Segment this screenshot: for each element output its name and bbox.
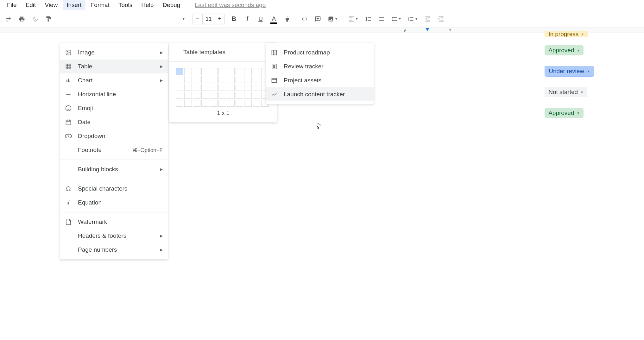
- grid-cell[interactable]: [176, 92, 183, 99]
- grid-cell[interactable]: [236, 92, 243, 99]
- grid-cell[interactable]: [227, 84, 235, 91]
- menu-item-date[interactable]: Date: [60, 115, 168, 129]
- grid-cell[interactable]: [193, 100, 200, 107]
- menu-item-chart[interactable]: Chart ▶: [60, 73, 168, 87]
- menu-item-footnote[interactable]: Footnote ⌘+Option+F: [60, 143, 168, 157]
- grid-cell[interactable]: [193, 76, 200, 83]
- grid-cell[interactable]: [201, 92, 209, 99]
- grid-cell[interactable]: [201, 84, 209, 91]
- template-product-roadmap[interactable]: Product roadmap: [266, 46, 374, 60]
- status-chip-not-started[interactable]: Not started▼: [545, 87, 587, 97]
- menu-debug[interactable]: Debug: [159, 0, 184, 10]
- spellcheck-icon[interactable]: [29, 13, 41, 25]
- grid-cell[interactable]: [236, 68, 243, 75]
- indent-increase-icon[interactable]: [435, 13, 447, 25]
- grid-cell[interactable]: [244, 76, 252, 83]
- menu-item-dropdown[interactable]: Dropdown: [60, 129, 168, 143]
- grid-cell[interactable]: [184, 76, 192, 83]
- grid-cell[interactable]: [176, 84, 183, 91]
- checklist-icon[interactable]: [376, 13, 388, 25]
- template-project-assets[interactable]: Project assets: [266, 73, 374, 87]
- grid-cell[interactable]: [210, 92, 218, 99]
- font-dropdown[interactable]: ▼: [177, 13, 189, 25]
- font-size-decrease[interactable]: −: [193, 14, 202, 24]
- grid-cell[interactable]: [210, 100, 218, 107]
- grid-cell[interactable]: [201, 100, 209, 107]
- grid-cell[interactable]: [184, 92, 192, 99]
- grid-cell[interactable]: [236, 100, 243, 107]
- text-color-icon[interactable]: A: [268, 13, 280, 25]
- menu-item-special-characters[interactable]: Ω Special characters: [60, 182, 168, 196]
- menu-item-headers-footers[interactable]: Headers & footers ▶: [60, 229, 168, 243]
- grid-cell[interactable]: [218, 68, 226, 75]
- menu-tools[interactable]: Tools: [115, 0, 136, 10]
- menu-format[interactable]: Format: [87, 0, 113, 10]
- grid-cell[interactable]: [193, 92, 200, 99]
- font-size-increase[interactable]: +: [215, 14, 224, 24]
- highlight-icon[interactable]: [281, 13, 293, 25]
- grid-cell[interactable]: [201, 68, 209, 75]
- grid-cell[interactable]: [193, 84, 200, 91]
- print-icon[interactable]: [16, 13, 28, 25]
- menu-insert[interactable]: Insert: [63, 0, 85, 10]
- menu-item-emoji[interactable]: Emoji: [60, 101, 168, 115]
- menu-item-image[interactable]: Image ▶: [60, 46, 168, 60]
- menu-item-table[interactable]: Table ▶: [60, 60, 168, 73]
- grid-cell[interactable]: [210, 84, 218, 91]
- grid-cell[interactable]: [218, 92, 226, 99]
- grid-cell[interactable]: [244, 92, 252, 99]
- status-chip-under-review[interactable]: Under review▼: [545, 66, 594, 77]
- menu-item-page-numbers[interactable]: Page numbers ▶: [60, 243, 168, 257]
- underline-icon[interactable]: U: [255, 13, 267, 25]
- align-icon[interactable]: ▼: [346, 13, 361, 25]
- status-chip-in-progress[interactable]: In progress▼: [545, 31, 588, 37]
- grid-cell[interactable]: [184, 68, 192, 75]
- grid-cell[interactable]: [218, 84, 226, 91]
- link-icon[interactable]: [299, 13, 311, 25]
- grid-cell[interactable]: [193, 68, 200, 75]
- grid-cell[interactable]: [253, 100, 260, 107]
- grid-cell[interactable]: [227, 76, 235, 83]
- numbered-list-icon[interactable]: ▼: [405, 13, 420, 25]
- grid-cell[interactable]: [201, 76, 209, 83]
- grid-cell[interactable]: [236, 84, 243, 91]
- last-edit-link[interactable]: Last edit was seconds ago: [195, 2, 266, 9]
- menu-help[interactable]: Help: [137, 0, 157, 10]
- bullet-list-icon[interactable]: ▼: [389, 13, 404, 25]
- menu-item-building-blocks[interactable]: Building blocks ▶: [60, 162, 168, 176]
- table-size-grid[interactable]: 1 x 1: [169, 64, 277, 120]
- grid-cell[interactable]: [227, 92, 235, 99]
- grid-cell[interactable]: [253, 76, 260, 83]
- grid-cell[interactable]: [236, 76, 243, 83]
- menu-item-table-templates[interactable]: Table templates ▶: [169, 46, 277, 59]
- grid-cell[interactable]: [218, 76, 226, 83]
- grid-cell[interactable]: [227, 68, 235, 75]
- grid-cell[interactable]: [176, 68, 183, 75]
- grid-cell[interactable]: [244, 100, 252, 107]
- grid-cell[interactable]: [184, 100, 192, 107]
- status-chip-approved[interactable]: Approved▼: [545, 108, 584, 118]
- grid-cell[interactable]: [176, 100, 183, 107]
- grid-cell[interactable]: [218, 100, 226, 107]
- menu-item-equation[interactable]: π² Equation: [60, 196, 168, 210]
- grid-cell[interactable]: [176, 76, 183, 83]
- status-chip-approved[interactable]: Approved▼: [545, 45, 584, 55]
- grid-cell[interactable]: [244, 84, 252, 91]
- grid-cell[interactable]: [210, 68, 218, 75]
- line-spacing-icon[interactable]: [362, 13, 374, 25]
- grid-cell[interactable]: [253, 92, 260, 99]
- image-insert-icon[interactable]: ▼: [325, 13, 340, 25]
- grid-cell[interactable]: [184, 84, 192, 91]
- menu-view[interactable]: View: [41, 0, 61, 10]
- paint-format-icon[interactable]: [42, 13, 54, 25]
- grid-cell[interactable]: [253, 84, 260, 91]
- grid-cell[interactable]: [253, 68, 260, 75]
- grid-cell[interactable]: [244, 68, 252, 75]
- menu-file[interactable]: File: [3, 0, 21, 10]
- italic-icon[interactable]: I: [241, 13, 253, 25]
- bold-icon[interactable]: B: [228, 13, 240, 25]
- indent-decrease-icon[interactable]: [422, 13, 434, 25]
- redo-icon[interactable]: [3, 13, 15, 25]
- ruler-indent-marker[interactable]: [426, 28, 429, 31]
- template-review-tracker[interactable]: Review tracker: [266, 60, 374, 73]
